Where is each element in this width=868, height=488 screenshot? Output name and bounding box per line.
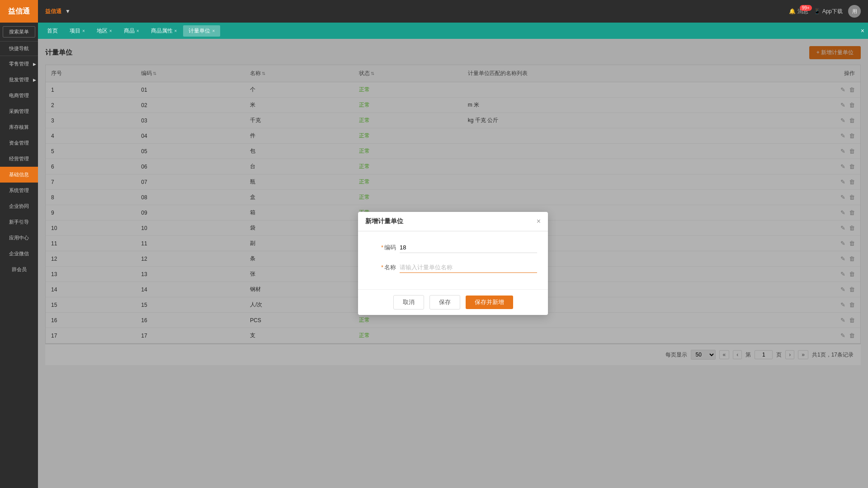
sidebar-item-label: 系统管理 <box>9 188 29 193</box>
required-mark: * <box>381 244 383 251</box>
notification-badge[interactable]: 🔔 消息 99+ <box>789 8 808 15</box>
tab-region[interactable]: 地区 × <box>91 25 118 37</box>
sidebar-item-purchase[interactable]: 采购管理 <box>0 103 38 119</box>
notification-count: 99+ <box>800 5 812 11</box>
tab-label: 地区 <box>97 27 108 35</box>
code-form-row: *编码 <box>369 242 537 253</box>
sidebar-item-label: 企业微信 <box>9 251 29 256</box>
quick-nav-button[interactable]: 快捷导航 <box>0 42 38 56</box>
tab-label: 商品 <box>124 27 135 35</box>
sidebar-item-guide[interactable]: 新手引导 <box>0 214 38 230</box>
sidebar-logo: 益信通 <box>0 0 38 23</box>
tab-label: 商品属性 <box>151 27 173 35</box>
chevron-right-icon: ▶ <box>33 78 36 82</box>
search-menu-button[interactable]: 搜索菜单 <box>3 26 35 38</box>
app-sub-logo: 益信通 <box>45 8 61 15</box>
tab-home[interactable]: 首页 <box>42 25 63 37</box>
sidebar-item-label: 基础信息 <box>9 172 29 177</box>
app-download-btn[interactable]: 📱 App下载 <box>814 8 843 15</box>
modal-header: 新增计量单位 × <box>358 212 548 231</box>
sidebar-item-label: 资金管理 <box>9 140 29 145</box>
code-input[interactable] <box>400 242 537 253</box>
sidebar-item-finance[interactable]: 资金管理 <box>0 135 38 151</box>
tab-close-icon[interactable]: × <box>109 28 112 33</box>
modal-body: *编码 *名称 <box>358 231 548 289</box>
sidebar-item-label: 采购管理 <box>9 108 29 114</box>
sidebar-item-label: 电商管理 <box>9 93 29 98</box>
header-right: 🔔 消息 99+ 📱 App下载 用 <box>789 5 861 18</box>
sidebar-item-inventory[interactable]: 库存核算 <box>0 119 38 135</box>
tab-label: 计量单位 <box>189 27 210 35</box>
sidebar-item-label: 应用中心 <box>9 235 29 240</box>
tab-product-attr[interactable]: 商品属性 × <box>146 25 183 37</box>
save-button[interactable]: 保存 <box>429 295 460 310</box>
sidebar-item-label: 辞会员 <box>12 267 27 272</box>
sidebar-item-system[interactable]: 系统管理 <box>0 183 38 198</box>
modal-footer: 取消 保存 保存并新增 <box>358 289 548 315</box>
tab-close-icon[interactable]: × <box>137 28 139 33</box>
save-and-add-button[interactable]: 保存并新增 <box>466 296 513 309</box>
name-label: *名称 <box>369 263 396 272</box>
required-mark: * <box>381 264 383 271</box>
app-download-label: App下载 <box>822 8 843 15</box>
header-dropdown-icon[interactable]: ▼ <box>65 8 71 14</box>
code-label: *编码 <box>369 244 396 252</box>
tab-label: 项目 <box>70 27 80 35</box>
name-form-row: *名称 <box>369 262 537 273</box>
content-area: 计量单位 + 新增计量单位 序号 编码⇅ 名称⇅ 状态⇅ 计量单位匹配的名称列表… <box>38 39 868 488</box>
sidebar-item-wechat[interactable]: 企业微信 <box>0 246 38 262</box>
sidebar-item-collaboration[interactable]: 企业协同 <box>0 198 38 214</box>
tab-project[interactable]: 项目 × <box>64 25 90 37</box>
sidebar-item-label: 新手引导 <box>9 219 29 225</box>
name-input[interactable] <box>400 262 537 273</box>
main-area: 益信通 ▼ 🔔 消息 99+ 📱 App下载 用 首页 项目 × 地区 × <box>38 0 868 488</box>
tab-close-icon[interactable]: × <box>212 28 215 33</box>
tab-label: 首页 <box>47 27 58 35</box>
tab-product[interactable]: 商品 × <box>118 25 145 37</box>
sidebar-search-area: 搜索菜单 <box>0 23 38 42</box>
user-avatar[interactable]: 用 <box>848 5 861 18</box>
sidebar-item-label: 库存核算 <box>9 124 29 130</box>
header-left: 益信通 ▼ <box>45 8 71 15</box>
sidebar-item-ecommerce[interactable]: 电商管理 <box>0 88 38 103</box>
logo-text: 益信通 <box>8 7 30 16</box>
top-header: 益信通 ▼ 🔔 消息 99+ 📱 App下载 用 <box>38 0 868 23</box>
sidebar: 益信通 搜索菜单 快捷导航 零售管理 ▶ 批发管理 ▶ 电商管理 采购管理 库存… <box>0 0 38 488</box>
bell-icon: 🔔 <box>789 8 796 14</box>
modal-overlay: 新增计量单位 × *编码 *名称 <box>38 39 868 488</box>
tab-bar: 首页 项目 × 地区 × 商品 × 商品属性 × 计量单位 × × <box>38 23 868 39</box>
sidebar-item-basic-info[interactable]: 基础信息 <box>0 167 38 183</box>
modal-close-button[interactable]: × <box>537 217 541 225</box>
download-icon: 📱 <box>814 8 821 14</box>
sidebar-item-label: 经营管理 <box>9 156 29 161</box>
tab-bar-close-icon[interactable]: × <box>861 27 864 34</box>
tab-close-icon[interactable]: × <box>175 28 177 33</box>
tab-measurement-unit[interactable]: 计量单位 × <box>183 25 220 37</box>
modal-title: 新增计量单位 <box>365 217 403 225</box>
sidebar-item-label: 批发管理 <box>9 77 29 82</box>
chevron-right-icon: ▶ <box>33 62 36 66</box>
sidebar-item-membership[interactable]: 辞会员 <box>0 262 38 277</box>
sidebar-item-retail[interactable]: 零售管理 ▶ <box>0 56 38 72</box>
sidebar-item-label: 零售管理 <box>9 61 29 66</box>
tab-close-icon[interactable]: × <box>82 28 85 33</box>
sidebar-item-wholesale[interactable]: 批发管理 ▶ <box>0 72 38 88</box>
add-unit-modal: 新增计量单位 × *编码 *名称 <box>358 212 548 315</box>
cancel-button[interactable]: 取消 <box>393 295 424 310</box>
sidebar-item-operations[interactable]: 经营管理 <box>0 151 38 167</box>
sidebar-item-app-center[interactable]: 应用中心 <box>0 230 38 246</box>
sidebar-item-label: 企业协同 <box>9 203 29 209</box>
